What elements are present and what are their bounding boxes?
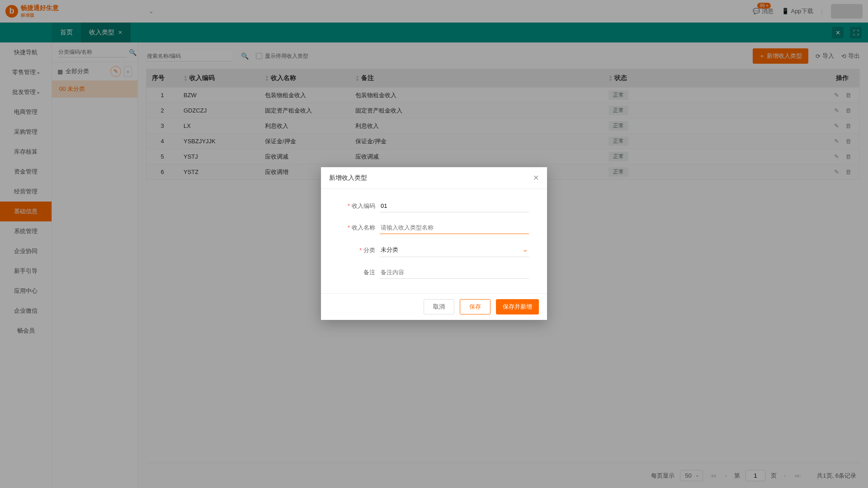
dialog-title: 新增收入类型: [329, 174, 367, 182]
cancel-button[interactable]: 取消: [424, 299, 454, 314]
category-label: 分类: [339, 246, 380, 254]
save-and-new-button[interactable]: 保存并新增: [496, 299, 539, 314]
remark-label: 备注: [339, 268, 380, 277]
remark-input[interactable]: [380, 266, 529, 279]
add-income-type-dialog: 新增收入类型 ✕ 收入编码 收入名称 分类 未分类 备注 取消 保存: [321, 167, 547, 320]
save-button[interactable]: 保存: [460, 299, 491, 314]
dialog-header: 新增收入类型 ✕: [321, 167, 547, 189]
close-icon[interactable]: ✕: [533, 174, 539, 182]
dialog-footer: 取消 保存 保存并新增: [321, 293, 547, 320]
dialog-body: 收入编码 收入名称 分类 未分类 备注: [321, 189, 547, 293]
modal-overlay[interactable]: 新增收入类型 ✕ 收入编码 收入名称 分类 未分类 备注 取消 保存: [0, 0, 868, 488]
income-name-input[interactable]: [380, 221, 529, 234]
code-label: 收入编码: [339, 202, 380, 210]
name-label: 收入名称: [339, 224, 380, 232]
category-select[interactable]: 未分类: [380, 243, 529, 257]
income-code-input[interactable]: [380, 200, 529, 212]
